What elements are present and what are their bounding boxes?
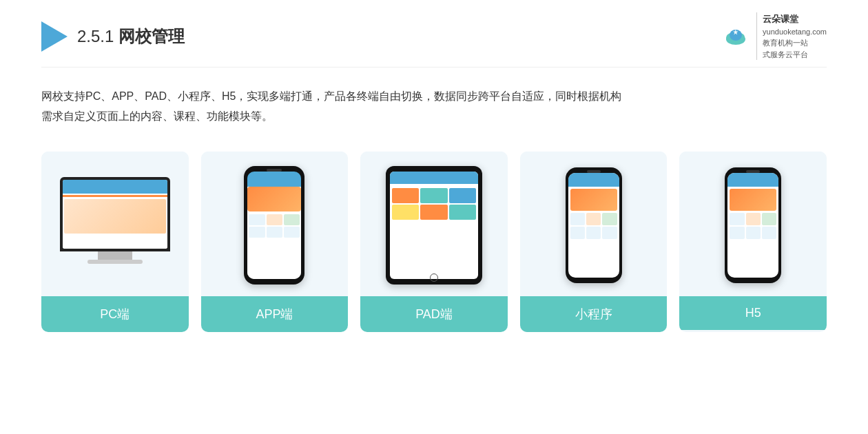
card-miniprogram-image — [520, 152, 668, 296]
card-pad: PAD端 — [360, 152, 508, 332]
phone-h5-top — [727, 173, 778, 187]
header: 2.5.1 网校管理 云朵课堂 — [41, 0, 827, 68]
phone-grid-item — [249, 227, 265, 238]
phone-grid-item — [267, 227, 282, 238]
tablet-body — [390, 186, 478, 222]
title-prefix: 2.5.1 — [77, 27, 118, 45]
phone-screen-app — [247, 172, 301, 279]
brand-logo: 云朵课堂 yunduoketang.com 教育机构一站 式服务云平台 — [721, 12, 827, 60]
card-h5: H5 — [679, 152, 827, 332]
phone-h5-mockup — [725, 167, 781, 283]
phone-mini-item — [602, 227, 617, 239]
card-h5-label: H5 — [679, 296, 827, 330]
description: 网校支持PC、APP、PAD、小程序、H5，实现多端打通，产品各终端自由切换，数… — [41, 87, 827, 127]
header-left: 2.5.1 网校管理 — [41, 21, 185, 52]
pc-screen-content — [63, 180, 167, 249]
tablet-block — [420, 205, 447, 220]
tablet-mockup — [386, 166, 482, 285]
card-h5-image — [679, 152, 827, 296]
pc-base — [87, 260, 143, 264]
phone-mini-item — [602, 213, 617, 225]
pc-screen-inner — [63, 180, 167, 249]
tablet-block — [392, 205, 419, 220]
description-line1: 网校支持PC、APP、PAD、小程序、H5，实现多端打通，产品各终端自由切换，数… — [41, 87, 827, 107]
phone-mini-item — [570, 213, 585, 225]
tablet-block — [449, 188, 476, 203]
phone-mini-item — [762, 213, 776, 225]
card-pad-label: PAD端 — [360, 296, 508, 332]
description-line2: 需求自定义页面上的内容、课程、功能模块等。 — [41, 107, 827, 127]
phone-mini-screen — [568, 173, 619, 278]
card-pc-image — [41, 152, 189, 296]
phone-grid-item — [249, 214, 265, 225]
phone-mini-grid — [570, 213, 617, 239]
phone-mini-mockup — [566, 167, 622, 283]
card-app-image — [201, 152, 349, 296]
phone-h5-hero — [730, 189, 776, 211]
brand-url: yunduoketang.com — [763, 26, 827, 38]
page-title: 2.5.1 网校管理 — [77, 25, 185, 48]
card-pc: PC端 — [41, 152, 189, 332]
title-bold: 网校管理 — [118, 27, 185, 45]
page-container: 2.5.1 网校管理 云朵课堂 — [0, 0, 868, 434]
card-app: APP端 — [201, 152, 349, 332]
phone-grid-app — [247, 213, 301, 239]
header-right: 云朵课堂 yunduoketang.com 教育机构一站 式服务云平台 — [721, 12, 827, 60]
brand-tagline-1: 教育机构一站 — [763, 37, 827, 49]
phone-mini-hero — [570, 189, 617, 211]
brand-name: 云朵课堂 — [763, 12, 827, 26]
phone-mini-top — [568, 173, 619, 187]
phone-mini-item — [586, 213, 601, 225]
phone-grid-item — [284, 227, 300, 238]
phone-h5-body — [727, 187, 778, 241]
phone-mini-item — [746, 227, 761, 239]
phone-screen-content-app — [247, 187, 301, 279]
phone-mini-item — [746, 213, 761, 225]
card-miniprogram-label: 小程序 — [520, 296, 668, 332]
phone-mini-item — [586, 227, 601, 239]
tablet-block — [449, 205, 476, 220]
phone-h5-screen — [727, 173, 778, 278]
brand-icon — [721, 21, 751, 52]
tablet-screen — [390, 172, 478, 279]
card-pc-label: PC端 — [41, 296, 189, 332]
cards-section: PC端 — [41, 152, 827, 332]
tablet-header — [390, 172, 478, 184]
phone-mini-body — [568, 187, 619, 241]
pc-screen-outer — [60, 177, 170, 251]
brand-text: 云朵课堂 yunduoketang.com 教育机构一站 式服务云平台 — [756, 12, 827, 60]
phone-grid-item — [267, 214, 282, 225]
phone-grid-item — [284, 214, 300, 225]
phone-mini-item — [730, 213, 744, 225]
card-pad-image — [360, 152, 508, 296]
phone-mini-item — [570, 227, 585, 239]
card-app-label: APP端 — [201, 296, 349, 332]
logo-triangle-icon — [41, 21, 68, 52]
phone-hero-app — [247, 187, 301, 211]
brand-tagline-2: 式服务云平台 — [763, 49, 827, 61]
phone-mini-item — [762, 227, 776, 239]
pc-stand — [98, 251, 132, 260]
phone-mini-item — [730, 227, 744, 239]
card-miniprogram: 小程序 — [520, 152, 668, 332]
phone-mockup-app — [244, 166, 304, 285]
tablet-block — [392, 188, 419, 203]
pc-mockup — [60, 177, 170, 273]
tablet-block — [420, 188, 447, 203]
phone-h5-grid — [730, 213, 776, 239]
